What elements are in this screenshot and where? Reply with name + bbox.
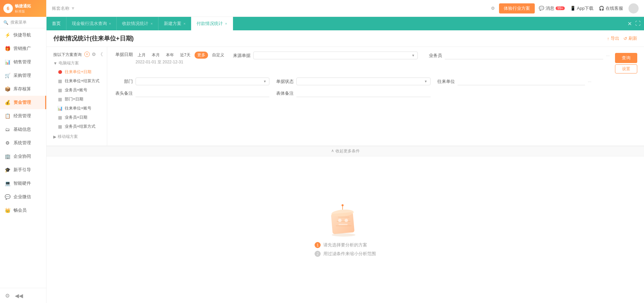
logo-main-text: 畅捷通拓 <box>15 3 31 9</box>
sidebar-item-guide[interactable]: 🎓 新手引导 <box>0 163 46 177</box>
trial-button[interactable]: 体验行业方案 <box>499 3 535 13</box>
query-button[interactable]: 查询 <box>615 53 637 63</box>
header-settings-icon[interactable]: ⚙ <box>491 6 495 11</box>
source-select[interactable]: ▼ <box>253 52 418 59</box>
export-button[interactable]: ↑ 导出 <box>607 35 620 41</box>
sidebar-item-quick-nav[interactable]: ⚡ 快捷导航 <box>0 28 46 42</box>
page-header-actions: ↑ 导出 ↺ 刷新 <box>607 35 638 41</box>
scheme-section-mobile: ▶ 移动端方案 <box>53 134 103 140</box>
tab-new-plan-close[interactable]: × <box>183 22 185 26</box>
date-btn-last-month[interactable]: 上月 <box>136 52 148 59</box>
svg-point-9 <box>342 204 344 206</box>
enterprise-icon: 🏢 <box>4 153 11 160</box>
section-title-label: 电脑端方案 <box>59 60 79 66</box>
sidebar-item-purchase[interactable]: 🛒 采购管理 <box>0 69 46 82</box>
date-btn-custom[interactable]: 自定义 <box>210 52 226 59</box>
search-menu[interactable]: 🔍 搜索菜单 <box>0 17 46 28</box>
empty-tips: 1 请先选择要分析的方案 2 用过滤条件来缩小分析范围 <box>315 242 376 257</box>
note-header-input[interactable] <box>136 89 269 97</box>
date-btn-more[interactable]: 更多 <box>195 52 208 59</box>
app-download-btn[interactable]: 📱 App下载 <box>570 5 593 11</box>
sidebar-item-label: 企业微信 <box>13 194 31 200</box>
dept-select[interactable]: ▼ <box>136 78 269 85</box>
tab-receipt-stat[interactable]: 收款情况统计 × <box>117 17 158 30</box>
scheme-item-partner-date[interactable]: 🔴 往来单位+日期 <box>56 67 103 77</box>
status-select[interactable]: ▼ <box>296 78 430 85</box>
date-btn-this-month[interactable]: 本月 <box>150 52 162 59</box>
logo-icon: 6 <box>3 4 13 13</box>
scheme-settings-icon[interactable]: ⚙ <box>92 52 96 58</box>
sidebar-item-label: 资金管理 <box>13 99 31 105</box>
note-body-input[interactable] <box>296 89 430 97</box>
scheme-item-partner-settle[interactable]: ▦ 往来单位+结算方式 <box>56 77 103 86</box>
tab-payment-stat-close[interactable]: × <box>225 22 227 26</box>
scheme-item-salesman-date[interactable]: ▦ 业务员+日期 <box>56 113 103 122</box>
scheme-item-dept-date[interactable]: ▦ 部门+日期 <box>56 95 103 104</box>
salesman-more-icon[interactable]: ··· <box>606 53 610 58</box>
logo-sub-text: 标准版 <box>15 9 31 14</box>
notification-icon-group[interactable]: 💬 消息 99+ <box>539 5 565 11</box>
settings-button[interactable]: 设置 <box>615 64 637 73</box>
filter-row-2: 部门 ▼ 单据状态 ▼ 往来单位 <box>114 78 637 85</box>
sidebar-settings-btn[interactable]: ⚙ <box>3 292 11 300</box>
scheme-panel: 按以下方案查询 + ⚙ 《 ▼ 电脑端方案 🔴 往 <box>47 47 107 146</box>
sidebar-item-label: 企业协同 <box>13 153 31 159</box>
scheme-section-desktop-title[interactable]: ▼ 电脑端方案 <box>53 60 103 66</box>
filter-actions: 查询 设置 <box>615 52 637 73</box>
sidebar-item-operation[interactable]: 📋 经营管理 <box>0 109 46 123</box>
svg-point-5 <box>338 219 342 222</box>
empty-cube-svg <box>325 203 365 237</box>
sidebar-item-inventory[interactable]: 📦 库存核算 <box>0 82 46 96</box>
sidebar-item-enterprise[interactable]: 🏢 企业协同 <box>0 150 46 163</box>
sidebar-item-member[interactable]: 👑 畅会员 <box>0 204 46 217</box>
scheme-collapse-icon[interactable]: 《 <box>98 52 103 58</box>
tab-payment-stat[interactable]: 付款情况统计 × <box>191 17 233 30</box>
tab-cash-flow-close[interactable]: × <box>109 22 111 26</box>
refresh-label: 刷新 <box>628 35 637 41</box>
search-label: 搜索菜单 <box>10 20 27 25</box>
guide-icon: 🎓 <box>4 166 11 173</box>
tab-home[interactable]: 首页 <box>47 17 66 30</box>
partner-more-icon[interactable]: ··· <box>588 79 591 84</box>
sidebar-item-marketing[interactable]: 🎁 营销推广 <box>0 42 46 55</box>
partner-input[interactable] <box>458 78 585 85</box>
scheme-item-salesman-account[interactable]: ▦ 业务员+账号 <box>56 86 103 95</box>
sidebar-item-hardware[interactable]: 💻 智能硬件 <box>0 177 46 190</box>
sidebar-item-capital[interactable]: 💰 资金管理 <box>0 96 46 109</box>
tab-cash-flow[interactable]: 现金银行流水查询 × <box>66 17 117 30</box>
app-download-label: App下载 <box>577 5 593 11</box>
operation-icon: 📋 <box>4 113 11 119</box>
scheme-item-partner-account[interactable]: 📊 往来单位+账号 <box>56 104 103 113</box>
scheme-item-salesman-settle[interactable]: ▦ 业务员+结算方式 <box>56 122 103 131</box>
sidebar-item-system[interactable]: ⚙ 系统管理 <box>0 136 46 150</box>
sidebar-item-wechat[interactable]: 💬 企业微信 <box>0 190 46 204</box>
user-avatar[interactable] <box>628 3 639 13</box>
date-btn-this-year[interactable]: 本年 <box>164 52 176 59</box>
tab-expand-btn[interactable]: ⛶ <box>635 21 641 27</box>
tab-close-all-btn[interactable]: ✕ <box>627 21 632 27</box>
collapse-bar[interactable]: ∧ 收起更多条件 <box>47 146 644 156</box>
online-service-btn[interactable]: 🎧 在线客服 <box>599 5 623 11</box>
empty-tip-1: 1 请先选择要分析的方案 <box>315 242 376 248</box>
mobile-section-collapse-icon: ▶ <box>53 134 56 139</box>
breadcrumb-separator: ▼ <box>71 6 75 11</box>
scheme-add-icon[interactable]: + <box>84 52 90 57</box>
sidebar-item-basic[interactable]: 🗂 基础信息 <box>0 123 46 136</box>
sidebar-item-sales[interactable]: 📊 销售管理 <box>0 55 46 69</box>
inventory-icon: 📦 <box>4 86 11 92</box>
tab-new-plan[interactable]: 新建方案 × <box>158 17 191 30</box>
refresh-button[interactable]: ↺ 刷新 <box>623 35 637 41</box>
scheme-item-icon-partner-settle: ▦ <box>57 79 63 84</box>
scheme-item-icon-dept-date: ▦ <box>57 97 63 102</box>
filter-row-1: 单据日期 上月 本月 本年 近7天 更多 自定义 2022-01-01 至 20… <box>114 52 637 73</box>
date-btn-7days[interactable]: 近7天 <box>178 52 193 59</box>
system-icon: ⚙ <box>4 140 11 146</box>
sidebar-collapse-btn[interactable]: ◀◀ <box>15 292 23 300</box>
sidebar-item-label: 销售管理 <box>13 59 31 65</box>
page-header: 付款情况统计(往来单位+日期) ↑ 导出 ↺ 刷新 <box>47 30 644 47</box>
salesman-label: 业务员 <box>423 53 442 59</box>
sidebar-logo: 6 畅捷通拓 标准版 <box>0 0 46 17</box>
tab-receipt-stat-close[interactable]: × <box>150 22 152 26</box>
scheme-section-mobile-title[interactable]: ▶ 移动端方案 <box>53 134 103 140</box>
salesman-input[interactable] <box>445 52 603 59</box>
